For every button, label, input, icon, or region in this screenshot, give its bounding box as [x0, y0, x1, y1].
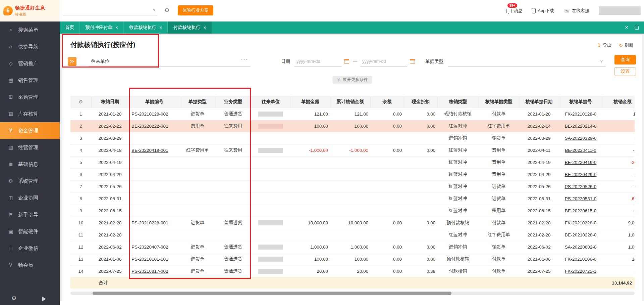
calendar-icon[interactable]	[410, 59, 415, 64]
doc-no-link[interactable]: PS-20210101-101	[131, 257, 168, 262]
sidebar-item[interactable]: ⌂ 快捷导航	[0, 38, 60, 55]
doc-no-link[interactable]: PS-20210817-002	[131, 269, 168, 274]
table-row[interactable]: 1 2021-01-28 PS-20210128-002 进货单 普通进货 12…	[70, 108, 635, 120]
cell-writeoff-doc-type: 付款单	[478, 265, 519, 277]
writeoff-doc-no-link[interactable]: FK-20210228-0	[565, 220, 596, 225]
sidebar-item[interactable]: ▦ 库存核算	[0, 105, 60, 122]
writeoff-doc-no-link[interactable]: FK-20220725-1	[565, 269, 596, 274]
tab[interactable]: 付款核销执行 ×	[168, 21, 212, 34]
sidebar-item[interactable]: ◫ 企业协同	[0, 189, 60, 206]
wechat-icon: ◻	[7, 245, 14, 251]
account-selector[interactable]: ∨	[63, 5, 157, 15]
doc-no-link[interactable]: BE-20220418-001	[131, 148, 168, 153]
tab-close-icon[interactable]: ×	[115, 25, 118, 30]
writeoff-doc-no-link[interactable]: PS-20220526-0	[565, 184, 597, 189]
table-row[interactable]: 9 2022-06-15 红蓝对冲 费用单 2022-06-15 BE-	[70, 205, 635, 217]
collapse-filter-button[interactable]: ≫	[68, 57, 76, 66]
table-row[interactable]: 4 2022-04-18 BE-20220418-001 红字费用单 往来费用 …	[70, 144, 635, 156]
gear-icon[interactable]: ⚙	[164, 7, 169, 13]
writeoff-doc-no-link[interactable]: PS-20220531-0	[565, 196, 597, 201]
writeoff-doc-no-link[interactable]: SA-20220329-0	[565, 136, 597, 141]
cell-biz-type: 普通进货	[215, 265, 251, 277]
experience-plan-button[interactable]: 体验行业方案	[178, 5, 213, 15]
calendar-icon[interactable]	[344, 59, 349, 64]
doc-type-select[interactable]: ∨	[448, 56, 606, 67]
writeoff-doc-no-link[interactable]: FK-20210106-0	[565, 257, 596, 262]
sidebar-item[interactable]: ◻ 企业微信	[0, 240, 60, 257]
sidebar-item[interactable]: ▤ 销售管理	[0, 72, 60, 89]
query-button[interactable]: 查询	[614, 55, 636, 64]
sidebar-item[interactable]: ◇ 营销推广	[0, 55, 60, 72]
sidebar-item[interactable]: ▧ 经营管理	[0, 139, 60, 156]
redacted-partner	[258, 112, 283, 117]
table-row[interactable]: 8 2022-05-31 红蓝对冲 进货单 2022-05-31 PS-	[70, 192, 635, 205]
writeoff-doc-no-link[interactable]: BE-20220419-0	[565, 160, 597, 165]
doc-no-link[interactable]: BE-20220222-001	[131, 124, 168, 129]
refresh-button[interactable]: ↻ 刷新	[619, 42, 633, 48]
table-row[interactable]: 14 2022-07-25 PS-20210817-002 进货单 普通进货 2…	[70, 265, 635, 277]
sidebar-item[interactable]: ≡ 基础信息	[0, 156, 60, 173]
tab-close-icon[interactable]: ×	[159, 25, 162, 30]
table-row[interactable]: 12 2022-06-02 PS-20220407-002 进货单 普通进货 1…	[70, 241, 635, 253]
sidebar-item[interactable]: ▣ 智能硬件	[0, 223, 60, 240]
tab[interactable]: 预付冲应付单 ×	[80, 21, 124, 34]
tab[interactable]: 首页	[60, 21, 80, 34]
sidebar-item[interactable]: ⚑ 新手引导	[0, 206, 60, 223]
doc-no-link[interactable]: PS-20210128-002	[131, 112, 168, 117]
expand-more-conditions-button[interactable]: ≫ 展开更多条件	[332, 76, 372, 84]
date-to-input[interactable]: yyyy-mm-dd	[360, 56, 407, 67]
table-row[interactable]: 5 2022-04-19 红蓝对冲 费用单 2022-04-19 BE-	[70, 156, 635, 168]
messages-button[interactable]: 99+ 消息	[506, 8, 523, 14]
column-settings-icon[interactable]: ⚙	[78, 99, 83, 104]
table-row[interactable]: 7 2022-05-26 红蓝对冲 进货单 2022-05-26 PS-	[70, 180, 635, 192]
sidebar-item[interactable]: ⌕ 搜索菜单	[0, 21, 60, 38]
tab-close-icon[interactable]: ×	[203, 25, 206, 30]
table-row[interactable]: 6 2022-04-29 红蓝对冲 费用单 2022-04-29 BE-	[70, 168, 635, 180]
writeoff-doc-no-link[interactable]: FK-20210128-0	[565, 112, 596, 117]
close-all-tabs-icon[interactable]: ×	[625, 24, 628, 31]
sidebar-item[interactable]: ⊞ 采购管理	[0, 89, 60, 105]
writeoff-doc-no-link[interactable]: BE-20210228-0	[565, 232, 597, 237]
export-button[interactable]: ↧ 导出	[597, 42, 612, 48]
online-service-button[interactable]: ☏ 在线客服	[564, 8, 589, 14]
table-row[interactable]: 11 2021-02-28 红蓝对冲 红字费用单 2021-02-28	[70, 229, 635, 241]
horizontal-scrollbar-thumb[interactable]	[93, 292, 451, 295]
cell-writeoff-amount: 10	[602, 120, 635, 132]
doc-no-link[interactable]: PS-20220407-002	[131, 245, 168, 250]
partner-filter-field[interactable]: 往来单位 ···	[89, 56, 250, 67]
writeoff-doc-no-link[interactable]: BE-20220214-0	[565, 124, 597, 129]
cell-amount: 100.00	[290, 253, 330, 265]
row-number: 4	[70, 144, 91, 156]
table-row[interactable]: 2 2022-02-22 BE-20220222-001 费用单 往来费用 10…	[70, 120, 635, 132]
cell-partner	[251, 205, 290, 217]
col-header-accum-amount: 累计核销金额	[330, 96, 370, 108]
writeoff-doc-no-link[interactable]: BE-20220429-0	[565, 172, 597, 177]
doc-no-link[interactable]: PS-20210228-001	[131, 220, 168, 225]
cell-balance	[370, 229, 404, 241]
date-from-input[interactable]: yyyy-mm-dd	[294, 56, 341, 67]
cell-biz-type	[215, 156, 251, 168]
sidebar-item[interactable]: ⚙ 系统管理	[0, 173, 60, 189]
cell-writeoff-doc-type: 红字费用单	[478, 120, 519, 132]
sidebar-item[interactable]: ¥ 资金管理	[0, 122, 60, 139]
partner-picker-button[interactable]: ···	[241, 56, 248, 62]
tab[interactable]: 收款核销执行 ×	[124, 21, 168, 34]
sidebar: 6 畅捷通好生意 标准版 ⌕ 搜索菜单 ⌂ 快捷导航 ◇ 营销推广 ▤	[0, 0, 60, 305]
sidebar-item[interactable]: V 畅会员	[0, 257, 60, 273]
writeoff-doc-no-link[interactable]: BE-20220615-0	[565, 208, 597, 213]
fullscreen-icon[interactable]	[635, 26, 639, 30]
settings-gear-icon[interactable]: ⚙	[11, 295, 16, 302]
writeoff-doc-no-link[interactable]: SA-20220602-0	[565, 245, 597, 250]
cell-accum-amount: 100.00	[330, 253, 370, 265]
announcement-icon[interactable]	[42, 297, 48, 301]
table-row[interactable]: 10 2021-02-28 PS-20210228-001 进货单 普通进货 1…	[70, 217, 635, 229]
cell-cash-discount	[404, 132, 437, 144]
app-download-button[interactable]: App下载	[532, 8, 554, 14]
cell-writeoff-doc-no: BE-20220419-0	[559, 156, 602, 168]
table-row[interactable]: 13 2021-01-06 PS-20210101-101 进货单 普通进货 1…	[70, 253, 635, 265]
headset-icon: ☏	[564, 8, 570, 14]
cell-doc-type	[180, 168, 215, 180]
settings-button[interactable]: 设置	[614, 67, 636, 76]
table-row[interactable]: 3 2022-03-29 进销冲销 销货单 2022-03-29 SA-	[70, 132, 635, 144]
writeoff-doc-no-link[interactable]: BE-20220411-0	[565, 148, 596, 153]
